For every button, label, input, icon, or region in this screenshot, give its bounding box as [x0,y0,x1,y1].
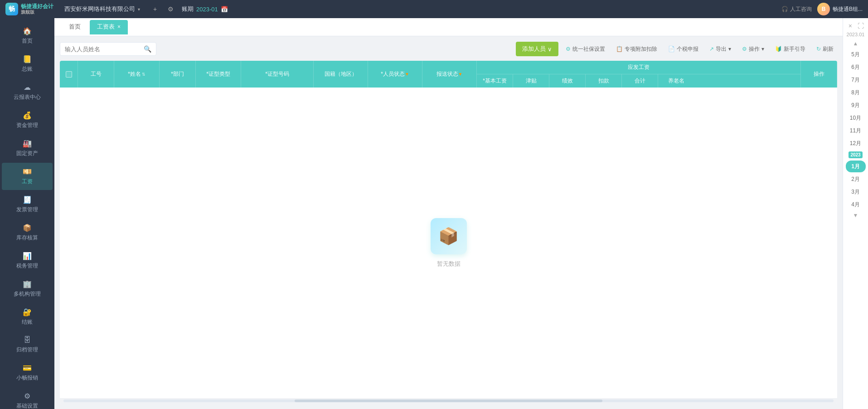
th-total: 合计 [622,74,658,88]
ledger-icon: 📒 [23,55,32,63]
tab-home[interactable]: 首页 [62,19,88,35]
operation-button[interactable]: ⚙ 操作 ▾ [738,43,768,56]
sidebar-item-ledger[interactable]: 📒 总账 [2,50,53,78]
user-profile[interactable]: B 畅捷通B组... [817,3,863,15]
th-idno: *证型号码 [241,61,314,88]
th-id: 工号 [78,61,114,88]
sidebar-item-settings[interactable]: ⚙ 基础设置 [2,387,53,409]
sidebar-item-tax[interactable]: 📊 税务管理 [2,247,53,274]
deduction-button[interactable]: 📋 专项附加扣除 [612,43,661,56]
headset-icon: 🎧 [781,6,788,12]
panel-close-button[interactable]: × [846,21,855,31]
th-region: 国籍（地区） [314,61,368,88]
sidebar-item-salary[interactable]: 💴 工资 [2,163,53,190]
topbar-right: 🎧 人工咨询 B 畅捷通B组... [781,3,863,15]
service-button[interactable]: 🎧 人工咨询 [781,5,812,13]
calendar-icon[interactable]: 📅 [221,6,228,13]
sidebar-item-fund[interactable]: 💰 资金管理 [2,107,53,134]
tax-report-button[interactable]: 📄 个税申报 [664,43,702,56]
th-checkbox[interactable] [60,61,78,88]
assets-icon: 🏭 [23,139,32,148]
status-filter-icon[interactable]: ▼ [405,72,409,77]
export-button[interactable]: ↗ 导出 ▾ [706,43,735,56]
th-idtype: *证型类型 [196,61,241,88]
sidebar-item-cloud[interactable]: ☁ 云报表中心 [2,78,53,106]
month-2[interactable]: 2月 [846,173,866,185]
guide-button[interactable]: 🔰 新手引导 [771,43,809,56]
scrollbar-track[interactable] [63,399,834,402]
sidebar-item-archive[interactable]: 🗄 归档管理 [2,331,53,358]
home-icon: 🏠 [23,27,32,35]
th-actions: 操作 [801,61,837,88]
company-selector[interactable]: 西安虾米网络科技有限公司 ▾ [61,3,144,15]
table-header-row1: 工号 *姓名 ⇅ *部门 *证型类型 *证型号码 [60,61,837,88]
period-display: 2023.01 [847,32,865,37]
invoice-icon: 🧾 [23,195,32,204]
logo-text: 畅捷通好会计 旗舰版 [21,3,53,15]
sidebar-item-assets[interactable]: 🏭 固定资产 [2,135,53,162]
name-sort-icon[interactable]: ⇅ [142,72,145,77]
expense-icon: 💳 [23,364,32,372]
multi-icon: 🏢 [23,280,32,288]
month-down-button[interactable]: ▼ [849,211,862,220]
sidebar-item-multi[interactable]: 🏢 多机构管理 [2,275,53,302]
th-name: *姓名 ⇅ [114,61,160,88]
horizontal-scrollbar[interactable] [60,398,837,404]
sidebar-item-inventory[interactable]: 📦 库存核算 [2,219,53,246]
user-name: 畅捷通B组... [833,5,863,13]
add-person-button[interactable]: 添加人员 ∨ [516,42,558,56]
year-badge: 2023 [849,151,862,158]
sidebar-item-invoice[interactable]: 🧾 发票管理 [2,191,53,218]
topbar: 畅 畅捷通好会计 旗舰版 西安虾米网络科技有限公司 ▾ + ⚙ 账期 2023-… [0,0,868,18]
avatar: B [817,3,830,15]
month-11[interactable]: 11月 [846,125,866,136]
month-8[interactable]: 8月 [846,87,866,98]
month-9[interactable]: 9月 [846,99,866,111]
search-box[interactable]: 🔍 [60,42,156,56]
refresh-button[interactable]: ↻ 刷新 [813,43,837,56]
period-value: 2023-01 [196,6,218,13]
sidebar: 🏠 首页 📒 总账 ☁ 云报表中心 💰 资金管理 🏭 固定资产 💴 工资 🧾 发… [0,18,54,409]
page-content: 🔍 添加人员 ∨ ⚙ 统一社保设置 📋 专项附加扣除 [54,36,843,409]
operation-chevron-icon: ▾ [761,46,764,52]
search-input[interactable] [65,46,141,53]
month-12[interactable]: 12月 [846,137,866,149]
select-all-checkbox[interactable] [66,71,72,78]
scrollbar-thumb[interactable] [295,399,603,402]
tab-close-icon[interactable]: × [117,24,121,30]
fund-icon: 💰 [23,111,32,120]
month-up-button[interactable]: ▲ [849,39,862,48]
sidebar-item-home[interactable]: 🏠 首页 [2,22,53,49]
month-6[interactable]: 6月 [846,61,866,73]
th-performance: 绩效 [549,74,586,88]
social-security-button[interactable]: ⚙ 统一社保设置 [562,43,609,56]
month-10[interactable]: 10月 [846,112,866,124]
add-company-button[interactable]: + [149,3,161,15]
report-filter-icon[interactable]: ▼ [458,72,463,77]
empty-icon [431,218,467,254]
export-chevron-icon: ▾ [728,46,731,52]
topbar-actions: + ⚙ [149,3,176,15]
month-5[interactable]: 5月 [846,49,866,60]
th-pension: 养老名 [658,74,694,88]
table-body: 暂无数据 [60,88,837,398]
tax-icon: 📄 [668,46,675,52]
month-7[interactable]: 7月 [846,74,866,86]
toolbar: 🔍 添加人员 ∨ ⚙ 统一社保设置 📋 专项附加扣除 [60,42,837,56]
settings-icon[interactable]: ⚙ [165,3,176,15]
operation-icon: ⚙ [742,46,747,52]
empty-text: 暂无数据 [437,260,461,268]
export-icon: ↗ [709,46,714,52]
panel-expand-button[interactable]: ⛶ [857,21,866,31]
month-3[interactable]: 3月 [846,186,866,198]
add-person-label: 添加人员 [522,45,546,53]
sidebar-item-expense[interactable]: 💳 小畅报销 [2,359,53,386]
chevron-down-icon: ▾ [138,7,140,12]
guide-icon: 🔰 [775,46,782,52]
month-1[interactable]: 1月 [846,161,866,172]
sidebar-item-closing[interactable]: 🔐 结账 [2,303,53,331]
table-header: 工号 *姓名 ⇅ *部门 *证型类型 *证型号码 [60,61,837,88]
settings-icon: ⚙ [24,392,30,400]
tab-salary[interactable]: 工资表 × [90,20,128,34]
month-4[interactable]: 4月 [846,199,866,210]
